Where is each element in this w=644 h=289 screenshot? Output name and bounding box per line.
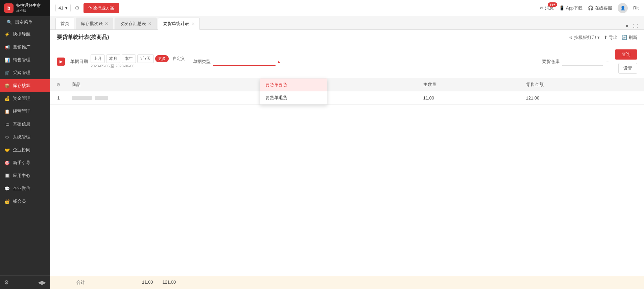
sidebar-item-finance[interactable]: 💰 资金管理 — [0, 92, 50, 105]
sidebar-item-member[interactable]: 👑 畅会员 — [0, 195, 50, 208]
guide-icon: 🎯 — [4, 160, 10, 166]
close-window-btn[interactable]: ✕ — [624, 23, 630, 29]
sidebar-item-label: 企业协同 — [13, 147, 30, 153]
topbar-settings-icon[interactable]: ⚙ — [75, 5, 79, 11]
sidebar-item-enterprise[interactable]: 🤝 企业协同 — [0, 143, 50, 156]
custom-date-btn[interactable]: 自定义 — [170, 55, 188, 63]
col-settings[interactable]: ⚙ — [50, 78, 67, 91]
marketing-icon: 📢 — [4, 44, 10, 50]
sidebar-item-quick-nav[interactable]: ⚡ 快捷导航 — [0, 28, 50, 41]
settings-bottom-icon[interactable]: ⚙ — [4, 279, 9, 286]
maximize-window-btn[interactable]: ⛶ — [633, 23, 639, 29]
tab-order-stats[interactable]: 要货单统计表 ✕ — [158, 18, 200, 30]
message-badge: 99+ — [548, 2, 557, 7]
print-label: 按模板打印 — [574, 35, 596, 41]
topbar-right: ✉ 消息 99+ 📱 App下载 🎧 在线客服 👤 Rit — [540, 3, 639, 13]
export-label: 导出 — [609, 35, 618, 41]
headset-icon: 🎧 — [588, 5, 593, 10]
tab-inventory-batch[interactable]: 库存批次账 ✕ — [76, 18, 113, 29]
industry-btn[interactable]: 体验行业方案 — [84, 3, 119, 13]
page-header: 要货单统计表(按商品) 🖨 按模板打印 ▾ ⬆ 导出 🔄 刷新 — [50, 30, 644, 45]
chevron-down-icon: ▾ — [65, 5, 68, 10]
filter-expand-btn[interactable]: ▶ — [57, 58, 65, 66]
product-name-placeholder — [72, 96, 92, 100]
footer-unit-spacer — [90, 280, 137, 286]
sidebar-item-label: 基础信息 — [13, 121, 30, 127]
message-btn[interactable]: ✉ 消息 99+ — [540, 5, 554, 11]
export-btn[interactable]: ⬆ 导出 — [604, 35, 618, 41]
table-footer: 合计 11.00 121.00 — [50, 276, 644, 289]
last-7days-btn[interactable]: 近7天 — [137, 54, 154, 63]
type-input[interactable] — [213, 58, 276, 66]
online-service-btn[interactable]: 🎧 在线客服 — [588, 5, 612, 11]
export-icon: ⬆ — [604, 35, 607, 40]
tab-order-stats-label: 要货单统计表 — [163, 21, 189, 27]
sidebar-item-label: 库存核算 — [13, 83, 30, 89]
column-settings-icon[interactable]: ⚙ — [56, 82, 61, 87]
this-year-btn[interactable]: 本年 — [122, 54, 136, 63]
app-download-btn[interactable]: 📱 App下载 — [559, 5, 582, 11]
more-filters-icon[interactable]: ··· — [605, 59, 610, 64]
last-month-btn[interactable]: 上月 — [91, 54, 105, 63]
this-month-btn[interactable]: 本月 — [106, 54, 120, 63]
sidebar-item-marketing[interactable]: 📢 营销推广 — [0, 41, 50, 53]
type-dropdown-wrapper: ▲ — [213, 58, 281, 66]
footer-amount: 121.00 — [158, 280, 181, 286]
sidebar-item-basic-info[interactable]: 🗂 基础信息 — [0, 118, 50, 131]
query-btn[interactable]: 查询 — [615, 49, 637, 60]
sidebar-item-app-center[interactable]: 🔲 应用中心 — [0, 169, 50, 182]
sidebar-item-label: 销售管理 — [13, 57, 30, 63]
refresh-icon: 🔄 — [622, 35, 627, 40]
sidebar-item-sales[interactable]: 📊 销售管理 — [0, 53, 50, 66]
app-download-label: App下载 — [566, 5, 582, 11]
sidebar-item-inventory[interactable]: 📦 库存核算 — [0, 79, 50, 92]
date-range-display: 2023-05-06 至 2023-06-06 — [91, 64, 188, 69]
tab-close-receive-summary[interactable]: ✕ — [148, 21, 151, 26]
sidebar-item-system[interactable]: ⚙ 系统管理 — [0, 131, 50, 143]
company-selector[interactable]: 41 ▾ — [55, 4, 71, 12]
app-center-icon: 🔲 — [4, 173, 10, 179]
tab-home[interactable]: 首页 — [55, 18, 74, 29]
warehouse-input[interactable] — [562, 58, 603, 66]
footer-quantity: 11.00 — [137, 280, 158, 286]
filter-action-btns: 查询 设置 — [615, 49, 637, 74]
print-btn[interactable]: 🖨 按模板打印 ▾ — [568, 35, 600, 41]
basic-info-icon: 🗂 — [4, 121, 10, 127]
settings-btn[interactable]: 设置 — [618, 63, 637, 74]
app-version: 标准版 — [16, 8, 41, 13]
tab-close-order-stats[interactable]: ✕ — [191, 21, 195, 26]
avatar[interactable]: 👤 — [618, 3, 628, 13]
service-label: 在线客服 — [595, 5, 612, 11]
filter-warehouse-group: 要货仓库 ··· — [542, 58, 610, 66]
product-cell — [72, 96, 271, 100]
sidebar-search[interactable]: 🔍 搜索菜单 — [0, 16, 50, 28]
message-icon: ✉ — [540, 5, 544, 10]
sidebar-bottom: ⚙ ◀▶ — [0, 275, 50, 289]
print-arrow-icon: ▾ — [597, 35, 600, 40]
tab-bar: 首页 库存批次账 ✕ 收发存汇总表 ✕ 要货单统计表 ✕ ✕ ⛶ — [50, 16, 644, 30]
sidebar-item-label: 采购管理 — [13, 70, 30, 76]
type-label: 单据类型 — [193, 59, 211, 65]
table-header-row: ⚙ 商品 主计量单位 主数量 零售金额 — [50, 78, 644, 91]
sidebar-toggle-icon[interactable]: ◀▶ — [38, 279, 46, 286]
refresh-btn[interactable]: 🔄 刷新 — [622, 35, 637, 41]
hot-more-btn[interactable]: 更多 — [155, 55, 169, 62]
tab-receive-summary[interactable]: 收发存汇总表 ✕ — [115, 18, 157, 29]
warehouse-label: 要货仓库 — [542, 59, 559, 65]
dropdown-item-order-return[interactable]: 要货单退货 — [260, 91, 327, 104]
sidebar-item-wechat[interactable]: 💬 企业微信 — [0, 182, 50, 195]
tab-close-inventory-batch[interactable]: ✕ — [105, 21, 108, 26]
tab-window-controls: ✕ ⛶ — [624, 23, 639, 29]
footer-empty — [55, 280, 72, 286]
page-title: 要货单统计表(按商品) — [57, 34, 109, 41]
type-dropdown-arrow-icon[interactable]: ▲ — [277, 59, 281, 64]
date-quick-btns: 上月 本月 本年 近7天 更多 自定义 — [91, 54, 188, 63]
sidebar-item-purchase[interactable]: 🛒 采购管理 — [0, 66, 50, 79]
row-amount: 121.00 — [521, 91, 644, 105]
dropdown-item-order-goods[interactable]: 要货单要货 — [260, 79, 327, 91]
topbar-left: 41 ▾ ⚙ 体验行业方案 — [55, 3, 119, 13]
sidebar-item-operations[interactable]: 📋 经营管理 — [0, 105, 50, 118]
row-quantity: 11.00 — [419, 91, 521, 105]
sidebar-item-guide[interactable]: 🎯 新手引导 — [0, 156, 50, 169]
inventory-icon: 📦 — [4, 83, 10, 89]
